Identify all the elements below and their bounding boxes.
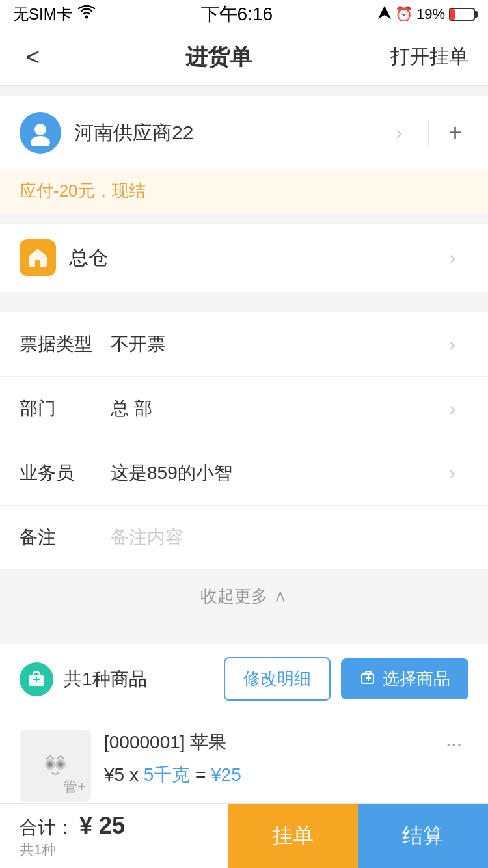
wifi-icon [77, 5, 96, 23]
separator-1 [0, 86, 488, 96]
more-button[interactable]: ··· [439, 730, 468, 757]
nav-bar: < 进货单 打开挂单 [0, 29, 488, 86]
battery-icon [449, 8, 475, 21]
status-bar: 无SIM卡 下午6:16 ⏰ 19% [0, 0, 488, 29]
product-thumbnail: 管+ [20, 730, 91, 802]
total-section: 合计： ¥ 25 共1种 [0, 812, 228, 860]
department-value: 总 部 [111, 396, 449, 421]
edit-detail-button[interactable]: 修改明细 [224, 657, 331, 701]
svg-point-17 [48, 763, 52, 766]
supplier-name[interactable]: 河南供应商22 [74, 120, 396, 146]
separator-2 [0, 213, 488, 223]
svg-marker-5 [29, 249, 47, 256]
department-chevron-icon: › [449, 398, 455, 420]
page-title: 进货单 [185, 42, 252, 72]
invoice-type-label: 票据类型 [20, 332, 111, 357]
select-product-label: 选择商品 [383, 668, 450, 690]
select-product-button[interactable]: 选择商品 [341, 658, 468, 699]
supplier-chevron-icon: › [396, 122, 402, 144]
total-sub-label: 共1种 [20, 840, 208, 860]
warehouse-chevron-icon: › [449, 247, 455, 269]
price-prefix: ¥5 x [104, 765, 144, 785]
add-button[interactable]: + [442, 116, 468, 149]
hang-button[interactable]: 挂单 [228, 804, 358, 868]
invoice-type-row[interactable]: 票据类型 不开票 › [0, 312, 488, 377]
carrier-label: 无SIM卡 [13, 4, 72, 25]
cart-icon [359, 668, 377, 690]
total-price: ¥25 [211, 765, 241, 785]
svg-marker-1 [378, 6, 391, 19]
svg-rect-6 [35, 260, 40, 267]
open-hang-button[interactable]: 打开挂单 [390, 44, 468, 70]
status-right: ⏰ 19% [378, 6, 475, 23]
total-amount: ¥ 25 [79, 812, 125, 839]
back-button[interactable]: < [20, 37, 46, 77]
alarm-icon: ⏰ [395, 6, 413, 23]
remark-row[interactable]: 备注 备注内容 [0, 506, 488, 569]
salesperson-label: 业务员 [20, 461, 111, 485]
salesperson-chevron-icon: › [449, 462, 455, 484]
collapse-button[interactable]: 收起更多 ∧ [0, 569, 488, 623]
department-row[interactable]: 部门 总 部 › [0, 377, 488, 441]
supplier-notice: 应付-20元，现结 [0, 169, 488, 213]
form-section: 票据类型 不开票 › 部门 总 部 › 业务员 这是859的小智 › 备注 备注… [0, 302, 488, 569]
remark-label: 备注 [20, 525, 111, 550]
supplier-row: 河南供应商22 › + [0, 96, 488, 169]
svg-point-18 [59, 763, 62, 766]
warehouse-row[interactable]: 总仓 › [0, 223, 488, 292]
separator-3 [0, 302, 488, 312]
salesperson-value: 这是859的小智 [111, 461, 449, 485]
bottom-bar: 合计： ¥ 25 共1种 挂单 结算 [0, 803, 488, 868]
product-info: [0000001] 苹果 ¥5 x 5千克 = ¥25 [104, 730, 439, 787]
svg-point-0 [85, 16, 88, 19]
products-icon [20, 662, 53, 696]
supplier-section: 河南供应商22 › + 应付-20元，现结 [0, 96, 488, 213]
settle-button[interactable]: 结算 [358, 804, 488, 868]
svg-point-2 [34, 124, 46, 135]
invoice-type-value: 不开票 [111, 332, 449, 357]
department-label: 部门 [20, 396, 111, 421]
warehouse-icon [20, 239, 56, 276]
products-header: 共1种商品 修改明细 选择商品 [0, 644, 488, 714]
svg-point-3 [31, 136, 50, 146]
product-name: [0000001] 苹果 [104, 730, 439, 755]
product-item: 管+ [0000001] 苹果 ¥5 x 5千克 = ¥25 ··· [0, 714, 488, 817]
battery-percent: 19% [416, 6, 445, 23]
separator-4 [0, 623, 488, 634]
total-line: 合计： ¥ 25 [20, 812, 208, 840]
location-icon [378, 6, 391, 23]
product-price: ¥5 x 5千克 = ¥25 [104, 763, 439, 787]
vertical-divider [428, 120, 429, 146]
warehouse-name: 总仓 [69, 245, 449, 271]
quantity-value: 5千克 [144, 765, 191, 785]
status-time: 下午6:16 [201, 2, 273, 27]
supplier-avatar [20, 112, 61, 154]
remark-value[interactable]: 备注内容 [111, 525, 468, 550]
products-count: 共1种商品 [64, 667, 224, 692]
total-label: 合计： [20, 815, 74, 840]
warehouse-section: 总仓 › [0, 223, 488, 292]
invoice-chevron-icon: › [449, 333, 455, 355]
status-left: 无SIM卡 [13, 4, 96, 25]
equals-sign: = [190, 765, 211, 785]
product-thumb-label: 管+ [63, 777, 86, 796]
salesperson-row[interactable]: 业务员 这是859的小智 › [0, 441, 488, 506]
